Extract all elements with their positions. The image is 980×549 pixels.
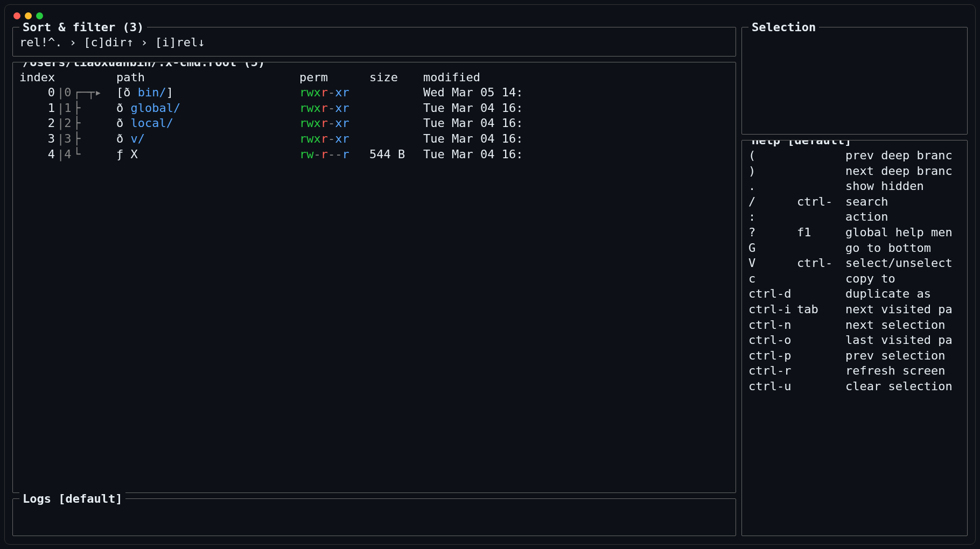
file-idx-sep: |1 xyxy=(57,101,73,116)
help-desc: next selection xyxy=(845,318,961,333)
titlebar xyxy=(5,5,975,27)
help-key: ctrl-n xyxy=(748,318,797,333)
help-desc: next visited pa xyxy=(845,302,961,318)
help-desc: select/unselect xyxy=(845,256,961,271)
file-row[interactable]: 1 |1 ├ ð global/ rwxr-xr Tue Mar 04 16: xyxy=(19,101,729,116)
help-row: G go to bottom xyxy=(748,241,961,256)
file-name: ð global/ xyxy=(116,101,299,116)
help-key: : xyxy=(748,209,797,225)
file-perm: rwxr-xr xyxy=(299,85,369,101)
help-row: : action xyxy=(748,209,961,225)
help-row: ctrl-u clear selection xyxy=(748,379,961,395)
file-modified: Tue Mar 04 16: xyxy=(423,116,729,131)
header-modified: modified xyxy=(423,70,729,86)
file-idx-sep: |0 xyxy=(57,85,73,101)
sort-chain-4[interactable]: [i]rel↓ xyxy=(155,36,205,49)
file-modified: Tue Mar 04 16: xyxy=(423,131,729,147)
help-desc: clear selection xyxy=(845,379,961,395)
header-perm: perm xyxy=(299,70,369,86)
help-alt xyxy=(797,179,845,194)
file-rows-container: 0 |0 ┌─┬▸ [ð bin/] rwxr-xr Wed Mar 05 14… xyxy=(19,85,729,162)
file-modified: Wed Mar 05 14: xyxy=(423,85,729,101)
terminal-window: Sort & filter (3) rel!^. › [c]dir↑ › [i]… xyxy=(4,4,976,545)
file-row[interactable]: 0 |0 ┌─┬▸ [ð bin/] rwxr-xr Wed Mar 05 14… xyxy=(19,85,729,101)
help-row: ctrl-d duplicate as xyxy=(748,286,961,302)
tree-branch-icon: ├ xyxy=(73,116,116,131)
file-perm: rwxr-xr xyxy=(299,116,369,131)
file-idx1: 1 xyxy=(19,101,57,116)
sort-filter-chain: rel!^. › [c]dir↑ › [i]rel↓ xyxy=(19,35,729,51)
help-row: . show hidden xyxy=(748,179,961,194)
file-idx1: 3 xyxy=(19,131,57,147)
help-alt xyxy=(797,241,845,256)
sort-sep-1: › xyxy=(69,36,76,49)
help-key: ctrl-d xyxy=(748,286,797,302)
help-row: ( prev deep branc xyxy=(748,148,961,164)
help-title: Help [default] xyxy=(748,140,855,149)
help-key: ctrl-p xyxy=(748,348,797,364)
tree-branch-icon: ├ xyxy=(73,101,116,116)
help-desc: duplicate as xyxy=(845,286,961,302)
help-alt: f1 xyxy=(797,225,845,241)
help-row: ctrl-n next selection xyxy=(748,318,961,333)
close-icon[interactable] xyxy=(13,12,20,19)
minimize-icon[interactable] xyxy=(25,12,32,19)
help-alt xyxy=(797,148,845,164)
selection-title: Selection xyxy=(748,20,819,36)
tree-branch-icon: ┌─┬▸ xyxy=(73,85,116,101)
help-row: ctrl-r refresh screen xyxy=(748,363,961,379)
help-alt xyxy=(797,286,845,302)
help-key: ) xyxy=(748,164,797,179)
file-size: 544 B xyxy=(369,147,423,163)
help-key: ctrl-o xyxy=(748,333,797,348)
help-row: c copy to xyxy=(748,271,961,287)
help-desc: action xyxy=(845,209,961,225)
help-alt xyxy=(797,333,845,348)
selection-panel: Selection xyxy=(741,27,968,135)
scroll-marker-icon: ▸ xyxy=(12,149,13,158)
content-grid: Sort & filter (3) rel!^. › [c]dir↑ › [i]… xyxy=(5,27,975,544)
sort-filter-panel: Sort & filter (3) rel!^. › [c]dir↑ › [i]… xyxy=(12,27,736,57)
file-idx-sep: |2 xyxy=(57,116,73,131)
help-desc: search xyxy=(845,194,961,210)
file-perm: rwxr-xr xyxy=(299,131,369,147)
file-modified: Tue Mar 04 16: xyxy=(423,147,729,163)
maximize-icon[interactable] xyxy=(36,12,43,19)
help-desc: next deep branc xyxy=(845,164,961,179)
help-desc: global help men xyxy=(845,225,961,241)
help-desc: last visited pa xyxy=(845,333,961,348)
file-listing-panel: /Users/liaoxuanbin/.x-cmd.root (5) ▸ ▸ i… xyxy=(12,62,736,493)
sort-filter-title: Sort & filter (3) xyxy=(19,20,147,36)
file-size xyxy=(369,116,423,131)
help-alt xyxy=(797,318,845,333)
help-desc: go to bottom xyxy=(845,241,961,256)
file-size xyxy=(369,85,423,101)
help-row: ctrl-i tab next visited pa xyxy=(748,302,961,318)
file-size xyxy=(369,131,423,147)
help-key: / xyxy=(748,194,797,210)
header-path: path xyxy=(116,70,299,86)
help-key: G xyxy=(748,241,797,256)
file-row[interactable]: 3 |3 ├ ð v/ rwxr-xr Tue Mar 04 16: xyxy=(19,131,729,147)
help-row: ? f1 global help men xyxy=(748,225,961,241)
logs-title: Logs [default] xyxy=(19,491,125,507)
tree-branch-icon: └ xyxy=(73,147,116,163)
help-alt xyxy=(797,363,845,379)
help-key: c xyxy=(748,271,797,287)
help-alt xyxy=(797,271,845,287)
left-column: Sort & filter (3) rel!^. › [c]dir↑ › [i]… xyxy=(12,27,736,536)
help-rows-container: ( prev deep branc ) next deep branc . sh… xyxy=(748,148,961,395)
tree-branch-icon: ├ xyxy=(73,131,116,147)
file-size xyxy=(369,101,423,116)
file-idx1: 0 xyxy=(19,85,57,101)
file-idx1: 2 xyxy=(19,116,57,131)
help-alt xyxy=(797,348,845,364)
sort-chain-2[interactable]: [c]dir↑ xyxy=(83,36,134,49)
file-row[interactable]: 2 |2 ├ ð local/ rwxr-xr Tue Mar 04 16: xyxy=(19,116,729,131)
help-row: ctrl-p prev selection xyxy=(748,348,961,364)
help-key: ctrl-u xyxy=(748,379,797,395)
sort-chain-0[interactable]: rel!^. xyxy=(19,36,62,49)
help-key: ( xyxy=(748,148,797,164)
help-alt: tab xyxy=(797,302,845,318)
file-row[interactable]: 4 |4 └ ƒ X rw-r--r 544 B Tue Mar 04 16: xyxy=(19,147,729,163)
